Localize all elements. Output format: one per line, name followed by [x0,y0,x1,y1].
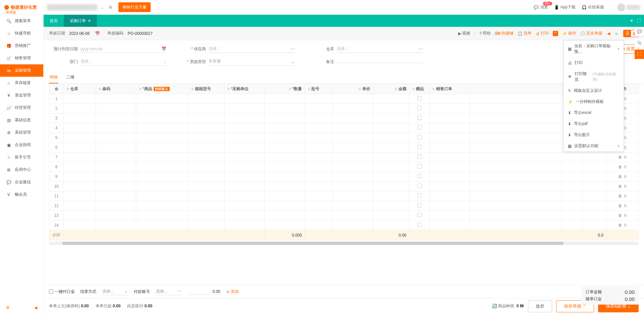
try-plan-button[interactable]: 体验行业方案 [118,2,151,12]
edition-label: 标准版 [6,10,16,15]
headset-icon: 🎧 [582,5,587,10]
messages-link[interactable]: 💬 消息 99+ [534,4,548,10]
online-service-label: 在线客服 [588,4,604,10]
messages-badge: 99+ [543,2,552,5]
user-menu[interactable] [617,3,640,11]
org-selector[interactable]: ⌄ [47,4,104,10]
phone-icon: 📱 [554,5,559,10]
app-download-link[interactable]: 📱 App下载 [554,4,576,10]
app-download-label: App下载 [560,4,576,10]
gear-icon[interactable]: ⚙ [109,5,112,10]
avatar [617,3,625,11]
online-service-link[interactable]: 🎧 在线客服 [582,4,604,10]
top-header: ⬣ 畅捷通好生意 标准版 ⌄ ⚙ 体验行业方案 💬 消息 99+ 📱 App下载… [0,0,644,15]
message-icon: 💬 [534,5,539,10]
product-name: 畅捷通好生意 [11,4,37,10]
